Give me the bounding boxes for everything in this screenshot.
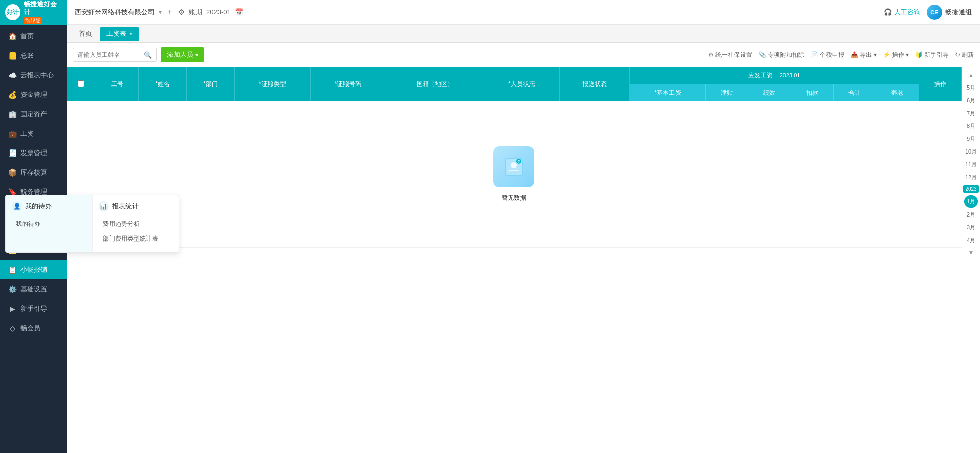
special-deduction-button[interactable]: 📎 专项附加扣除 — [758, 51, 804, 59]
sidebar-item-cloud-report[interactable]: ☁️ 云报表中心 — [0, 66, 67, 85]
calendar-icon[interactable]: 📅 — [235, 8, 243, 16]
operation-dropdown-icon: ▾ — [906, 51, 909, 58]
tab-salary-label: 工资表 — [106, 29, 126, 38]
month-6[interactable]: 6月 — [962, 94, 980, 107]
company-name: 西安虾米网络科技有限公司 — [75, 8, 155, 17]
logo-icon: 好计 — [5, 4, 20, 20]
month-2[interactable]: 2月 — [962, 208, 980, 221]
popup-report-item-1[interactable]: 费用趋势分析 — [99, 217, 173, 231]
popup-menu: 👤 我的待办 我的待办 📊 报表统计 费用趋势分析 部门费用类型统计表 — [5, 195, 179, 253]
company-dropdown-icon[interactable]: ▾ — [159, 9, 162, 16]
search-input[interactable] — [77, 51, 144, 58]
setting-icon[interactable]: ⚙ — [178, 8, 185, 17]
sidebar-item-salary[interactable]: 💼 工资 — [0, 124, 67, 143]
sidebar-item-guide[interactable]: ▶ 新手引导 — [0, 299, 67, 318]
month-11[interactable]: 11月 — [962, 158, 980, 171]
social-insurance-button[interactable]: ⚙ 统一社保设置 — [708, 51, 752, 59]
month-7[interactable]: 7月 — [962, 107, 980, 120]
ledger-icon: 📒 — [8, 52, 16, 60]
month-10[interactable]: 10月 — [962, 145, 980, 158]
tab-salary-table[interactable]: 工资表 × — [100, 27, 139, 41]
tax-return-button[interactable]: 📄 个税申报 — [811, 51, 844, 59]
sidebar-item-invoice[interactable]: 🧾 发票管理 — [0, 143, 67, 163]
tax-return-label: 个税申报 — [820, 51, 844, 59]
th-name: *姓名 — [139, 67, 187, 101]
social-insurance-label: 统一社保设置 — [715, 51, 752, 59]
sidebar-item-home[interactable]: 🏠 首页 — [0, 27, 67, 46]
export-dropdown-icon: ▾ — [874, 51, 877, 58]
month-12[interactable]: 12月 — [962, 171, 980, 184]
user-menu[interactable]: CE 畅捷通组 — [927, 5, 972, 20]
logo-text-area: 畅捷通好会计 旗舰版 — [24, 0, 61, 24]
operation-icon: ⚡ — [883, 51, 890, 58]
special-deduction-icon: 📎 — [758, 51, 766, 58]
popup-todo-item[interactable]: 我的待办 — [12, 217, 86, 231]
invoice-icon: 🧾 — [8, 149, 16, 157]
month-up-button[interactable]: ▲ — [965, 69, 977, 81]
month-5[interactable]: 5月 — [962, 81, 980, 94]
sidebar-item-ledger[interactable]: 📒 总账 — [0, 46, 67, 66]
th-checkbox[interactable] — [67, 67, 96, 101]
avatar: CE — [927, 5, 942, 20]
month-8[interactable]: 8月 — [962, 120, 980, 133]
social-insurance-icon: ⚙ — [708, 51, 714, 58]
month-down-button[interactable]: ▼ — [965, 247, 977, 259]
th-status: *人员状态 — [484, 67, 559, 101]
popup-report-header: 📊 报表统计 — [99, 201, 173, 211]
th-salary-group: 应发工资 2023.01 — [630, 67, 919, 84]
sidebar-item-xiaochang[interactable]: 📋 小畅报销 — [0, 260, 67, 279]
sidebar-item-invoice-label: 发票管理 — [20, 148, 47, 158]
no-data-cell: ? 暂无数据 — [67, 101, 962, 248]
refresh-button[interactable]: ↻ 刷新 — [955, 51, 974, 59]
sidebar-item-xiaochang-label: 小畅报销 — [20, 265, 47, 274]
popup-report-title: 报表统计 — [112, 202, 139, 211]
no-data-text: 暂无数据 — [502, 193, 526, 202]
export-button[interactable]: 📤 导出 ▾ — [851, 51, 877, 59]
popup-todo-icon: 👤 — [12, 201, 22, 211]
cloud-icon: ☁️ — [8, 71, 16, 79]
month-4[interactable]: 4月 — [962, 234, 980, 247]
sidebar-item-salary-label: 工资 — [20, 129, 34, 138]
sidebar-item-basic[interactable]: ⚙️ 基础设置 — [0, 279, 67, 299]
add-person-label: 添加人员 — [167, 50, 193, 59]
th-cert-no: *证照号码 — [310, 67, 386, 101]
popup-report-icon: 📊 — [99, 201, 109, 211]
add-company-button[interactable]: ＋ — [166, 7, 174, 17]
popup-col-report: 📊 报表统计 费用趋势分析 部门费用类型统计表 — [92, 195, 179, 252]
special-deduction-label: 专项附加扣除 — [768, 51, 804, 59]
sidebar-item-inventory-label: 库存核算 — [20, 168, 47, 177]
logo-sub: 旗舰版 — [24, 17, 42, 24]
sidebar-item-fund[interactable]: 💰 资金管理 — [0, 85, 67, 104]
popup-todo-title: 我的待办 — [25, 202, 52, 211]
basic-icon: ⚙️ — [8, 285, 16, 293]
sidebar-item-assets-label: 固定资产 — [20, 110, 47, 119]
refresh-icon: ↻ — [955, 51, 960, 58]
tab-home[interactable]: 首页 — [73, 27, 98, 41]
search-box[interactable]: 🔍 — [73, 48, 157, 62]
sidebar-item-home-label: 首页 — [20, 32, 34, 41]
fund-icon: 💰 — [8, 91, 16, 99]
operation-button[interactable]: ⚡ 操作 ▾ — [883, 51, 909, 59]
th-dept: *部门 — [187, 67, 235, 101]
select-all-checkbox[interactable] — [78, 80, 84, 87]
home-icon: 🏠 — [8, 32, 16, 40]
search-icon: 🔍 — [144, 51, 152, 59]
popup-report-item-2[interactable]: 部门费用类型统计表 — [99, 231, 173, 246]
salary-icon: 💼 — [8, 130, 16, 138]
month-1[interactable]: 1月 — [964, 195, 978, 208]
sidebar-item-member[interactable]: ◇ 畅会员 — [0, 318, 67, 338]
th-total: 合计 — [833, 84, 876, 102]
service-button[interactable]: 🎧 人工咨询 — [884, 8, 921, 17]
th-deduction: 扣款 — [791, 84, 833, 102]
month-9[interactable]: 9月 — [962, 133, 980, 145]
guide-action-label: 新手引导 — [924, 51, 949, 59]
sidebar-item-assets[interactable]: 🏢 固定资产 — [0, 104, 67, 124]
guide-button[interactable]: 🔰 新手引导 — [915, 51, 949, 59]
header: 西安虾米网络科技有限公司 ▾ ＋ ⚙ 账期 2023-01 📅 🎧 人工咨询 C… — [67, 0, 980, 25]
month-3[interactable]: 3月 — [962, 221, 980, 234]
tab-close-icon[interactable]: × — [129, 31, 133, 37]
logo-title: 畅捷通好会计 — [24, 0, 61, 16]
content-area: 工号 *姓名 *部门 *证照类型 *证照号码 国籍（地区） *人员状态 报送状态… — [67, 67, 980, 453]
add-person-button[interactable]: 添加人员 ▾ — [161, 47, 204, 62]
sidebar-item-inventory[interactable]: 📦 库存核算 — [0, 163, 67, 182]
